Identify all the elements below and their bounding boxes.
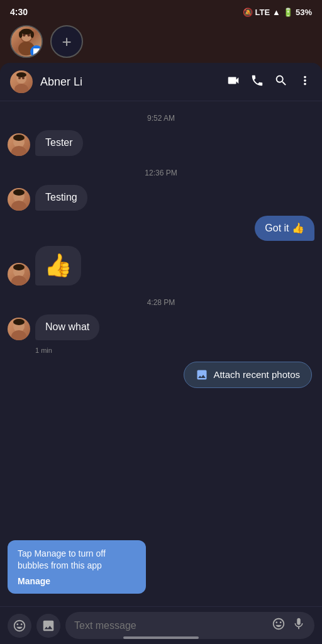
svg-point-24 (13, 319, 25, 325)
message-row-gotit: Got it 👍 (8, 216, 314, 242)
emoji-action-button[interactable] (8, 614, 31, 638)
more-options-icon[interactable] (298, 74, 312, 91)
svg-point-5 (21, 29, 32, 35)
svg-point-20 (11, 275, 26, 286)
chat-header-avatar (10, 70, 33, 93)
svg-point-23 (11, 330, 26, 340)
svg-point-7 (30, 31, 34, 38)
message-row-tester: Tester (8, 130, 314, 156)
bubble-testing: Testing (35, 185, 87, 211)
svg-point-15 (13, 135, 25, 141)
svg-point-10 (16, 72, 26, 77)
message-time-ago: 1 min (35, 347, 314, 354)
suggestion-row: Attach recent photos (8, 357, 314, 393)
message-row-testing: Testing (8, 185, 314, 211)
message-row-thumbsup: 👍 (8, 246, 314, 286)
attach-photos-label: Attach recent photos (213, 369, 300, 380)
svg-point-11 (18, 77, 21, 79)
tooltip-wrapper: Tap Manage to turn off bubbles from this… (0, 540, 322, 594)
video-call-icon[interactable] (226, 74, 240, 91)
lte-label: LTE (255, 8, 270, 17)
search-icon[interactable] (274, 74, 288, 91)
battery-icon: 🔋 (283, 8, 293, 17)
message-badge-icon (30, 45, 43, 58)
bubble-nowwhat: Now what (35, 314, 99, 340)
battery-percent: 53% (296, 8, 312, 17)
status-time: 4:30 (10, 7, 28, 17)
attach-image-button[interactable] (36, 614, 60, 638)
svg-point-12 (22, 77, 25, 79)
home-indicator (123, 636, 199, 639)
svg-point-21 (13, 264, 25, 270)
chat-title: Abner Li (40, 75, 226, 89)
phone-call-icon[interactable] (250, 74, 264, 91)
bubble-emoji: 👍 (35, 246, 81, 286)
sender-avatar-1 (8, 133, 30, 156)
timestamp-1236pm: 12:36 PM (8, 169, 314, 177)
tooltip-text: Tap Manage to turn off bubbles from this… (18, 548, 136, 572)
manage-button[interactable]: Manage (18, 576, 136, 586)
svg-point-18 (13, 189, 25, 196)
messages-area: 9:52 AM Tester 12:36 PM (0, 101, 322, 606)
mute-icon: 🔕 (243, 8, 253, 17)
status-right-icons: 🔕 LTE ▲ 🔋 53% (243, 8, 313, 17)
svg-point-14 (11, 146, 26, 156)
svg-point-6 (19, 31, 23, 38)
chat-header: Abner Li (0, 63, 322, 101)
timestamp-952am: 9:52 AM (8, 114, 314, 123)
svg-point-9 (14, 84, 28, 93)
svg-point-17 (11, 201, 26, 211)
input-right-icons (272, 617, 306, 634)
text-message-input[interactable] (74, 620, 267, 631)
message-row-nowwhat: Now what (8, 314, 314, 340)
emoji-picker-icon[interactable] (272, 617, 286, 634)
sender-avatar-2 (8, 188, 30, 211)
status-bar: 4:30 🔕 LTE ▲ 🔋 53% (0, 0, 322, 23)
bubble-overlay: + (0, 23, 322, 63)
bubble-gotit: Got it 👍 (255, 216, 314, 242)
header-icons (226, 74, 312, 91)
contact-bubble[interactable] (10, 25, 43, 58)
microphone-icon[interactable] (292, 617, 306, 634)
sender-avatar-3 (8, 263, 30, 286)
signal-icon: ▲ (272, 8, 280, 17)
add-bubble-button[interactable]: + (50, 25, 83, 58)
attach-photos-suggestion[interactable]: Attach recent photos (184, 362, 312, 388)
text-input-container[interactable] (65, 612, 314, 639)
sender-avatar-4 (8, 318, 30, 340)
manage-bubbles-tooltip: Tap Manage to turn off bubbles from this… (8, 540, 146, 594)
bubble-tester: Tester (35, 130, 83, 156)
timestamp-428pm: 4:28 PM (8, 298, 314, 307)
